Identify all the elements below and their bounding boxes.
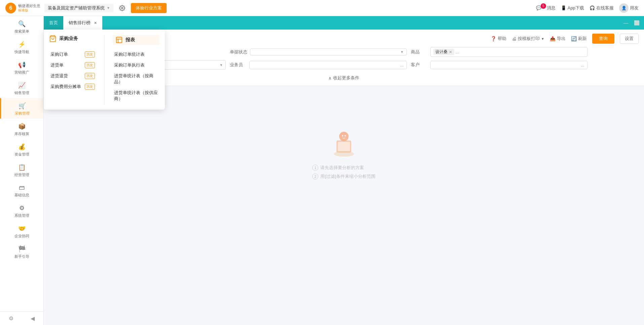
tab-home[interactable]: 首页: [44, 16, 63, 30]
money-icon: 💰: [18, 143, 26, 151]
avatar: 👤: [619, 3, 629, 13]
report-col-header: 报表: [113, 35, 160, 45]
handshake-icon: 🤝: [18, 225, 26, 232]
dropdown-item-purchase-order[interactable]: 采购订单 历史: [49, 49, 96, 60]
tab-minimize-icon[interactable]: —: [622, 19, 630, 27]
export-btn[interactable]: 📤 导出: [550, 34, 566, 44]
logo-text: 畅捷通好生意 标准版: [18, 3, 40, 12]
system-title-chevron-icon: ▼: [107, 6, 110, 10]
flag-icon: 🏁: [18, 245, 26, 253]
sidebar-item-search[interactable]: 🔍 搜索菜单: [0, 16, 43, 37]
sidebar-item-marketing[interactable]: 📢 营销推广: [0, 57, 43, 78]
tab-bar-right: — ⬜: [622, 19, 644, 27]
export-icon: 📤: [550, 36, 556, 41]
box-icon: 📦: [18, 123, 26, 130]
system-title[interactable]: 装备及固定资产辅助管理系统 ▼: [44, 4, 113, 12]
help-icon: ❓: [491, 36, 496, 41]
sidebar: 🔍 搜索菜单 ⚡ 快捷导航 📢 营销推广 📈 销售管理 🛒 采购管理 📦: [0, 16, 44, 325]
dropdown-item-stock-stats-supplier[interactable]: 进货单统计表（按供应商）: [113, 87, 160, 104]
goods-dots[interactable]: ...: [456, 49, 459, 54]
history-badge-stock-in: 历史: [85, 62, 95, 68]
dropdown-item-stock-return[interactable]: 进货退货 历史: [49, 71, 96, 81]
status-filter: 单据状态 ▼: [230, 48, 406, 55]
goods-filter: 商品 设计桑 ✕ ...: [411, 47, 587, 57]
print-template-btn[interactable]: 🖨 按模板打印 ▼: [512, 34, 544, 44]
sidebar-item-enterprise[interactable]: 🤝 企业协同: [0, 221, 43, 241]
print-chevron-icon: ▼: [541, 37, 544, 41]
cart-icon: 🛒: [19, 102, 26, 110]
customer-dots[interactable]: ...: [581, 63, 584, 68]
dropdown-divider: [104, 35, 105, 104]
app-download-btn[interactable]: 📱 App下载: [561, 5, 584, 11]
dropdown-item-purchase-expense[interactable]: 采购费用分摊单 历史: [49, 81, 96, 92]
dropdown-item-purchase-order-exec[interactable]: 采购订单执行表: [113, 60, 160, 71]
svg-point-6: [345, 135, 346, 136]
salesperson-dots[interactable]: ...: [400, 63, 404, 68]
dropdown-item-stock-stats-goods[interactable]: 进货单统计表（按商品）: [113, 71, 160, 87]
salesperson-select[interactable]: ...: [249, 61, 406, 69]
sidebar-item-inventory[interactable]: 📦 库存核算: [0, 119, 43, 139]
history-badge-purchase-order: 历史: [85, 51, 95, 57]
dropdown-item-purchase-order-stats[interactable]: 采购订单统计表: [113, 49, 160, 60]
message-btn[interactable]: 💬 5 消息: [536, 5, 556, 11]
svg-point-5: [342, 135, 343, 136]
purchase-col: 采购业务 采购订单 历史 进货单 历史 进货退货 历史 采购费用分摊单 历史: [49, 35, 96, 104]
svg-rect-3: [338, 142, 350, 151]
sidebar-item-quicknav[interactable]: ⚡ 快捷导航: [0, 37, 43, 57]
tab-maximize-icon[interactable]: ⬜: [633, 19, 641, 27]
sidebar-item-basic[interactable]: 🗃 基础信息: [0, 180, 43, 200]
goods-tag-close-icon[interactable]: ✕: [449, 50, 452, 54]
phone-icon: 📱: [561, 5, 566, 10]
customer-select[interactable]: ...: [430, 61, 587, 69]
flash-icon: ⚡: [18, 41, 26, 48]
user-menu[interactable]: 👤 用友: [619, 3, 639, 13]
print-icon: 🖨: [512, 36, 516, 41]
refresh-btn[interactable]: 🔄 刷新: [571, 34, 587, 44]
sidebar-item-purchase[interactable]: 🛒 采购管理: [0, 98, 43, 119]
collapse-icon: ∧: [328, 76, 332, 81]
tab-close-icon[interactable]: ✕: [94, 21, 97, 25]
sidebar-item-operations[interactable]: 📋 经营管理: [0, 160, 43, 180]
empty-illustration: [327, 127, 361, 161]
svg-point-0: [121, 7, 123, 9]
sidebar-item-guide[interactable]: 🏁 新手引导: [0, 241, 43, 262]
goods-select[interactable]: 设计桑 ✕ ...: [430, 47, 587, 57]
gear-icon: ⚙: [19, 204, 25, 212]
empty-step-1: 1 请先选择要分析的方案: [312, 165, 375, 171]
industry-btn[interactable]: 体验行业方案: [131, 3, 167, 13]
goods-tag: 设计桑 ✕: [433, 49, 454, 55]
logo-area: 6 畅捷通好生意 标准版: [5, 3, 40, 13]
sidebar-item-system[interactable]: ⚙ 系统管理: [0, 200, 43, 221]
top-bar: 6 畅捷通好生意 标准版 装备及固定资产辅助管理系统 ▼ 体验行业方案 💬: [0, 0, 644, 16]
settings-btn[interactable]: 设置: [620, 34, 639, 44]
clipboard-icon: 📋: [18, 164, 26, 171]
headset-icon: 🎧: [589, 5, 595, 10]
tab-sales-rank[interactable]: 销售排行榜 ✕: [63, 16, 102, 30]
sidebar-item-sales[interactable]: 📈 销售管理: [0, 78, 43, 98]
purchase-col-header: 采购业务: [49, 35, 96, 45]
empty-steps: 1 请先选择要分析的方案 2 用[过滤]条件来缩小分析范围: [312, 165, 375, 179]
top-bar-left: 6 畅捷通好生意 标准版 装备及固定资产辅助管理系统 ▼ 体验行业方案: [5, 3, 536, 13]
tab-bar: 首页 销售排行榜 ✕ — ⬜: [44, 16, 644, 30]
logo-icon: 6: [5, 3, 16, 13]
report-col: 报表 采购订单统计表 采购订单执行表 进货单统计表（按商品） 进货单统计表（按供…: [113, 35, 160, 104]
empty-step-2: 2 用[过滤]条件来缩小分析范围: [312, 173, 375, 179]
top-bar-right: 💬 5 消息 📱 App下载 🎧 在线客服 👤 用友: [536, 3, 639, 13]
search-icon: 🔍: [18, 20, 26, 28]
help-btn[interactable]: ❓ 帮助: [491, 34, 506, 44]
salesperson-filter: 业务员 ...: [230, 61, 406, 69]
sidebar-item-finance[interactable]: 💰 资金管理: [0, 139, 43, 160]
query-btn[interactable]: 查询: [592, 34, 614, 44]
svg-rect-8: [116, 37, 122, 43]
refresh-icon: 🔄: [571, 36, 577, 41]
online-service-btn[interactable]: 🎧 在线客服: [589, 5, 614, 11]
status-select[interactable]: ▼: [250, 48, 406, 55]
database-icon: 🗃: [19, 184, 25, 191]
customer-filter: 客户 ...: [411, 61, 587, 69]
rank-chevron-icon: ▼: [219, 63, 223, 67]
sidebar-collapse-icon[interactable]: ◀: [31, 315, 35, 322]
settings-icon-btn[interactable]: [117, 3, 127, 13]
dropdown-item-stock-in[interactable]: 进货单 历史: [49, 60, 96, 71]
sidebar-settings-icon[interactable]: ⚙: [9, 315, 13, 322]
svg-point-4: [339, 132, 349, 141]
